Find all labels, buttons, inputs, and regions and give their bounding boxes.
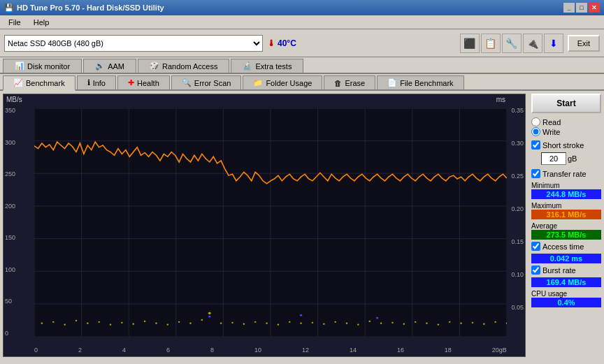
tab-aam[interactable]: 🔊 AAM <box>83 59 136 73</box>
access-time-dots <box>41 312 507 326</box>
maximize-button[interactable]: □ <box>576 3 587 13</box>
short-stroke-spinbox-row: gB <box>541 152 601 165</box>
tab-health[interactable]: ✚ Health <box>117 75 170 89</box>
file-menu[interactable]: File <box>3 17 27 28</box>
tab-extra-tests[interactable]: 🔬 Extra tests <box>231 59 303 73</box>
tab-file-benchmark[interactable]: 📄 File Benchmark <box>377 75 463 89</box>
svg-point-34 <box>208 312 211 314</box>
access-time-checkbox[interactable] <box>531 242 540 251</box>
tab-erase[interactable]: 🗑 Erase <box>324 75 375 89</box>
svg-point-24 <box>98 321 100 323</box>
svg-point-39 <box>266 323 268 324</box>
folder-usage-label: Folder Usage <box>266 79 312 87</box>
tab-disk-monitor[interactable]: 📊 Disk monitor <box>3 59 82 73</box>
extra-tests-icon: 🔬 <box>243 61 252 71</box>
minimum-value: 244.8 MB/s <box>531 189 601 199</box>
svg-point-53 <box>426 323 428 324</box>
svg-point-63 <box>376 317 378 319</box>
erase-icon: 🗑 <box>334 79 342 87</box>
error-scan-label: Error Scan <box>194 79 231 87</box>
access-time-stat: 0.042 ms <box>531 254 601 264</box>
svg-point-59 <box>494 321 496 323</box>
error-scan-icon: 🔍 <box>182 78 192 87</box>
title-bar: 💾 HD Tune Pro 5.70 - Hard Disk/SSD Utili… <box>0 0 604 15</box>
burst-rate-checkbox-row: Burst rate <box>531 265 601 275</box>
svg-point-20 <box>52 321 55 323</box>
svg-point-37 <box>243 323 245 325</box>
info-label: Info <box>93 79 106 87</box>
temperature-display: 🌡 40°C <box>267 38 296 48</box>
read-radio[interactable] <box>531 117 540 126</box>
icon-btn-4[interactable]: 🔌 <box>523 34 542 53</box>
close-button[interactable]: ✕ <box>589 3 600 13</box>
icon-btn-3[interactable]: 🔧 <box>502 34 522 53</box>
device-selector[interactable]: Netac SSD 480GB (480 gB) <box>4 35 263 52</box>
svg-point-29 <box>155 323 157 324</box>
short-stroke-spinbox[interactable] <box>541 152 566 165</box>
write-radio-label[interactable]: Write <box>531 127 601 136</box>
main-area: MB/s ms 350300250200150100500 0.350.300.… <box>0 91 604 360</box>
chart-svg <box>34 108 507 337</box>
disk-monitor-label: Disk monitor <box>27 62 70 71</box>
svg-point-41 <box>289 321 291 323</box>
write-radio[interactable] <box>531 127 540 136</box>
icon-btn-2[interactable]: 📋 <box>481 34 501 53</box>
y-axis-right: 0.350.300.250.200.150.100.05 <box>511 107 524 337</box>
transfer-rate-checkbox-row: Transfer rate <box>531 169 601 178</box>
svg-point-21 <box>64 324 66 326</box>
svg-point-36 <box>231 322 233 323</box>
tab-info[interactable]: ℹ Info <box>77 75 116 89</box>
icon-btn-1[interactable]: ⬛ <box>460 34 480 53</box>
cpu-usage-value: 0.4% <box>531 298 601 307</box>
svg-point-28 <box>144 321 146 322</box>
start-button[interactable]: Start <box>531 94 601 113</box>
svg-point-23 <box>87 323 89 324</box>
x-axis-labels: 02468101214161820gB <box>34 347 507 354</box>
toolbar: Netac SSD 480GB (480 gB) 🌡 40°C ⬛ 📋 🔧 🔌 … <box>0 29 604 57</box>
minimize-button[interactable]: _ <box>563 3 575 13</box>
erase-label: Erase <box>345 79 365 87</box>
svg-point-57 <box>472 322 474 323</box>
exit-button[interactable]: Exit <box>568 35 600 52</box>
svg-point-45 <box>334 321 336 323</box>
short-stroke-checkbox[interactable] <box>531 140 540 150</box>
average-stat: Average 273.5 MB/s <box>531 221 601 240</box>
svg-point-46 <box>346 323 348 324</box>
tabs-second-bar: 📈 Benchmark ℹ Info ✚ Health 🔍 Error Scan… <box>0 74 604 91</box>
access-time-value: 0.042 ms <box>531 254 601 263</box>
svg-point-25 <box>110 324 112 326</box>
window-title: HD Tune Pro 5.70 - Hard Disk/SSD Utility <box>17 3 164 12</box>
icon-btn-5[interactable]: ⬇ <box>544 34 563 53</box>
tab-error-scan[interactable]: 🔍 Error Scan <box>171 75 242 89</box>
chart-container: MB/s ms 350300250200150100500 0.350.300.… <box>3 94 526 357</box>
chart-plot-area <box>34 108 507 337</box>
tab-benchmark[interactable]: 📈 Benchmark <box>3 75 76 91</box>
read-radio-label[interactable]: Read <box>531 117 601 126</box>
temperature-value: 40°C <box>278 38 296 48</box>
burst-dots <box>208 314 378 319</box>
svg-point-40 <box>278 324 280 326</box>
svg-point-61 <box>208 316 210 318</box>
health-label: Health <box>137 79 159 87</box>
burst-rate-value: 169.4 MB/s <box>531 277 601 287</box>
tab-folder-usage[interactable]: 📁 Folder Usage <box>243 75 322 89</box>
help-menu[interactable]: Help <box>28 17 55 28</box>
tab-random-access[interactable]: 🎲 Random Access <box>138 59 229 73</box>
svg-point-50 <box>391 322 394 323</box>
svg-point-52 <box>415 321 417 323</box>
svg-point-31 <box>178 321 180 323</box>
info-icon: ℹ <box>87 78 90 87</box>
svg-point-19 <box>41 323 43 324</box>
svg-point-35 <box>220 323 222 324</box>
maximum-value: 316.1 MB/s <box>531 210 601 219</box>
svg-point-58 <box>483 323 485 325</box>
transfer-rate-checkbox[interactable] <box>531 169 540 178</box>
svg-point-44 <box>323 323 325 325</box>
burst-rate-checkbox[interactable] <box>531 265 540 275</box>
file-benchmark-icon: 📄 <box>387 78 397 87</box>
svg-point-51 <box>403 323 405 325</box>
svg-point-55 <box>449 321 451 323</box>
short-stroke-checkbox-row: Short stroke <box>531 140 601 150</box>
thermometer-icon: 🌡 <box>267 38 275 48</box>
svg-point-38 <box>254 321 257 323</box>
